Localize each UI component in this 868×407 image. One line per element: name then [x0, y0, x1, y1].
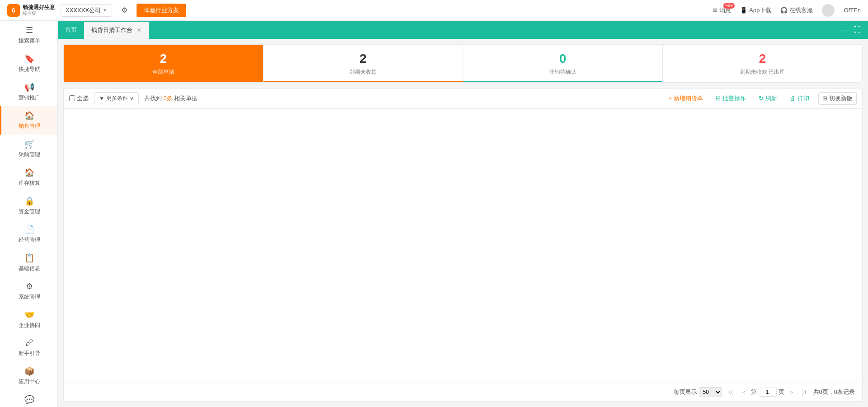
sidebar-item-app-center[interactable]: 📦 应用中心: [0, 362, 57, 390]
sidebar-item-finance[interactable]: 🔒 资金管理: [0, 192, 57, 220]
sidebar-item-label: 应用中心: [19, 378, 40, 386]
chevron-down-icon: ▼: [103, 8, 107, 13]
tab-close-icon[interactable]: ✕: [137, 27, 142, 33]
table-area: [63, 108, 863, 383]
company-selector[interactable]: XXXXXX公司 ▼: [61, 4, 112, 17]
page-unit: 页: [778, 388, 784, 396]
page-nav: ⟨⟨ ＜ 第 页 ＞ ⟩⟩: [726, 387, 810, 398]
sidebar-item-sales[interactable]: 🏠 销售管理: [0, 106, 57, 135]
sidebar-item-quick-nav[interactable]: 🔖 快捷导航: [0, 49, 57, 78]
page-size-dropdown[interactable]: 20 50 100: [699, 387, 722, 397]
marketing-icon: 📢: [24, 82, 34, 92]
stats-row: 2 全部单据 2 到期未收款 0 旺辅待确认 2 到期未收款 已出库: [63, 44, 863, 83]
finance-icon: 🔒: [24, 196, 34, 206]
tab-home[interactable]: 首页: [58, 21, 84, 39]
username: OfTEn: [844, 7, 861, 14]
stat-card-all[interactable]: 2 全部单据: [64, 45, 264, 82]
refresh-icon: ↻: [759, 95, 764, 102]
add-order-button[interactable]: + 新增销货单: [665, 93, 707, 104]
tab-bar: 首页 钱货日清工作台 ✕ — ⛶: [58, 21, 868, 39]
sidebar-item-label: 基础信息: [19, 265, 40, 272]
stat-card-overdue-unshipped[interactable]: 2 到期未收款 已出库: [663, 45, 862, 82]
purchase-icon: 🛒: [24, 139, 34, 149]
stat-number-overdue-unshipped: 2: [759, 51, 766, 66]
sidebar-item-label: 销售管理: [19, 122, 40, 130]
print-button[interactable]: 🖨 打印: [786, 93, 813, 104]
print-label: 打印: [797, 94, 809, 103]
sidebar-item-operations[interactable]: 📄 经营管理: [0, 220, 57, 248]
app-name: 畅捷通好生意: [23, 4, 55, 10]
message-icon: ✉: [712, 7, 717, 14]
stat-card-overdue-unpaid[interactable]: 2 到期未收款: [264, 45, 463, 82]
sidebar-item-label: 快捷导航: [19, 65, 40, 73]
sidebar-item-guide[interactable]: 🖊 新手引导: [0, 334, 57, 362]
stat-label-overdue-unpaid: 到期未收款: [349, 68, 377, 76]
header-left: 6 畅捷通好生意 标准版 XXXXXX公司 ▼ ⚙ 体验行业方案: [7, 4, 186, 17]
filter-chevron-icon: ∨: [130, 95, 134, 102]
add-order-label: 新增销货单: [674, 94, 703, 103]
batch-operation-button[interactable]: ⊞ 批量操作: [712, 93, 750, 104]
last-page-button[interactable]: ⟩⟩: [799, 387, 810, 398]
sidebar-item-purchase[interactable]: 🛒 采购管理: [0, 135, 57, 163]
search-menu-icon: ☰: [26, 25, 33, 35]
settings-button[interactable]: ⚙: [118, 4, 131, 17]
switch-version-button[interactable]: ⊞ 切换新版: [818, 92, 857, 105]
online-service-button[interactable]: 🎧 在线客服: [780, 6, 813, 14]
sidebar-item-marketing[interactable]: 📢 营销推广: [0, 78, 57, 106]
trial-button[interactable]: 体验行业方案: [137, 4, 186, 17]
sidebar-item-search-menu[interactable]: ☰ 搜索菜单: [0, 21, 57, 49]
basic-info-icon: 📋: [24, 253, 34, 263]
page-size-label: 每页显示: [674, 388, 697, 396]
main-layout: ☰ 搜索菜单 🔖 快捷导航 📢 营销推广 🏠 销售管理 🛒 采购管理 🏠 库存核…: [0, 21, 868, 407]
stat-number-all: 2: [160, 51, 167, 66]
service-icon: 🎧: [780, 7, 788, 14]
sidebar-item-label: 采购管理: [19, 151, 40, 159]
search-result: 共找到 0条 相关单据: [144, 94, 198, 103]
tab-workspace[interactable]: 钱货日清工作台 ✕: [84, 21, 149, 39]
sidebar-item-label: 资金管理: [19, 208, 40, 215]
sidebar-item-basic-info[interactable]: 📋 基础信息: [0, 248, 57, 277]
tab-home-label: 首页: [65, 26, 77, 34]
message-button[interactable]: ✉ 消息 99+: [712, 6, 731, 14]
sidebar-item-label: 系统管理: [19, 293, 40, 301]
refresh-button[interactable]: ↻ 刷新: [755, 93, 781, 104]
sidebar-item-system[interactable]: ⚙ 系统管理: [0, 277, 57, 305]
avatar[interactable]: [822, 4, 835, 17]
select-all-checkbox[interactable]: 全选: [69, 94, 89, 103]
stat-label-overdue-unshipped: 到期未收款 已出库: [740, 68, 785, 76]
select-all-label: 全选: [77, 94, 89, 103]
guide-icon: 🖊: [25, 338, 33, 348]
current-page-input[interactable]: [759, 388, 777, 397]
inventory-icon: 🏠: [24, 168, 34, 178]
tab-maximize-button[interactable]: ⛶: [852, 24, 863, 35]
prev-page-button[interactable]: ＜: [738, 387, 749, 398]
next-page-button[interactable]: ＞: [786, 387, 797, 398]
refresh-label: 刷新: [765, 94, 777, 103]
filter-button[interactable]: ▼ 更多条件 ∨: [94, 92, 139, 104]
logo-area: 6 畅捷通好生意 标准版: [7, 4, 55, 17]
search-result-suffix: 相关单据: [174, 95, 198, 102]
enterprise-icon: 🤝: [24, 310, 34, 320]
gear-icon: ⚙: [121, 6, 127, 14]
stat-label-pending-confirm: 旺辅待确认: [549, 68, 576, 76]
sidebar-item-inventory[interactable]: 🏠 库存核算: [0, 163, 57, 192]
app-version: 标准版: [23, 11, 55, 16]
header-right: ✉ 消息 99+ 📱 App下载 🎧 在线客服 OfTEn: [712, 4, 861, 17]
tab-workspace-label: 钱货日清工作台: [91, 26, 132, 34]
sidebar-item-enterprise-wechat[interactable]: 💬 企业微信: [0, 390, 57, 407]
stat-card-pending-confirm[interactable]: 0 旺辅待确认: [463, 45, 663, 82]
toolbar-left: 全选 ▼ 更多条件 ∨ 共找到 0条 相关单据: [69, 92, 198, 104]
operations-icon: 📄: [24, 225, 34, 234]
tab-bar-actions: — ⛶: [837, 24, 868, 35]
sidebar-item-label: 新手引导: [19, 350, 40, 357]
switch-icon: ⊞: [822, 95, 827, 102]
first-page-button[interactable]: ⟨⟨: [726, 387, 736, 398]
select-all-input[interactable]: [69, 95, 75, 101]
download-icon: 📱: [740, 7, 747, 14]
pagination: 每页显示 20 50 100 ⟨⟨ ＜ 第 页 ＞ ⟩⟩ 共0页，0条记: [63, 383, 863, 402]
logo-text: 畅捷通好生意 标准版: [23, 4, 55, 16]
sidebar-item-enterprise[interactable]: 🤝 企业协同: [0, 305, 57, 334]
message-badge: 99+: [723, 3, 735, 9]
tab-minimize-button[interactable]: —: [837, 24, 848, 35]
app-download-button[interactable]: 📱 App下载: [740, 6, 771, 14]
